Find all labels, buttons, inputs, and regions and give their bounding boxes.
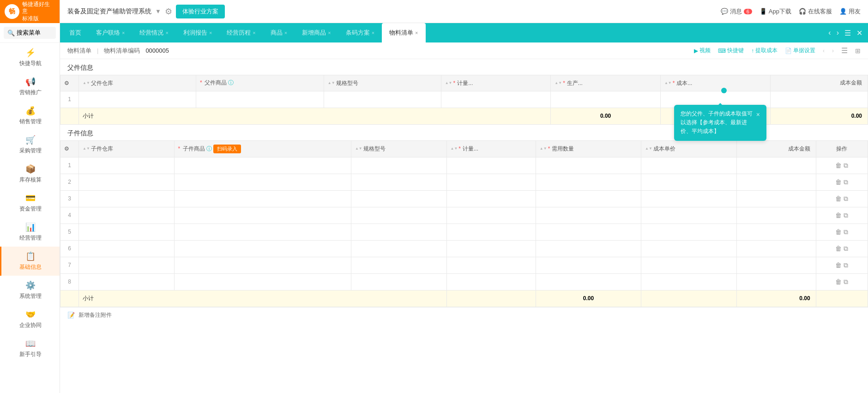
child-unit-cell[interactable] xyxy=(446,224,536,240)
child-col-settings[interactable]: ⚙ xyxy=(60,140,79,157)
copy-icon[interactable]: ⧉ xyxy=(844,178,848,186)
child-spec-cell[interactable] xyxy=(351,190,446,207)
child-warehouse-cell[interactable] xyxy=(79,240,175,257)
child-unit-cost-cell[interactable] xyxy=(641,240,737,257)
nav-next-icon[interactable]: › xyxy=(835,27,841,39)
view-toggle[interactable]: ☰ xyxy=(841,46,848,55)
parent-unit-cell[interactable] xyxy=(441,91,551,108)
sidebar-item-marketing[interactable]: 📢 营销推广 xyxy=(0,72,60,101)
child-product-cell[interactable] xyxy=(174,257,351,273)
child-product-cell[interactable] xyxy=(174,190,351,207)
child-warehouse-cell[interactable] xyxy=(79,224,175,240)
tooltip-close-button[interactable]: × xyxy=(756,109,760,120)
sidebar-item-inventory[interactable]: 📦 库存核算 xyxy=(0,159,60,188)
child-quantity-cell[interactable] xyxy=(536,190,641,207)
parent-col-settings[interactable]: ⚙ xyxy=(60,75,79,91)
tab-close-icon[interactable]: × xyxy=(122,30,125,36)
tab-bom[interactable]: 物料清单 × xyxy=(382,23,425,42)
expand-icon[interactable]: ⊞ xyxy=(855,47,861,54)
col-sort-icons[interactable]: ▲▼ xyxy=(555,81,562,85)
child-product-cell[interactable] xyxy=(174,240,351,257)
extract-cost-button[interactable]: ↑ 提取成本 xyxy=(751,47,778,54)
child-unit-cost-cell[interactable] xyxy=(641,190,737,207)
child-unit-cost-cell[interactable] xyxy=(641,157,737,174)
child-quantity-cell[interactable] xyxy=(536,157,641,174)
sidebar-item-system[interactable]: ⚙️ 系统管理 xyxy=(0,276,60,305)
child-amount-cell[interactable] xyxy=(736,207,816,224)
nav-prev-icon[interactable]: ‹ xyxy=(826,27,832,39)
child-spec-cell[interactable] xyxy=(351,157,446,174)
shortcut-button[interactable]: ⌨ 快捷键 xyxy=(718,47,744,54)
tab-close-icon[interactable]: × xyxy=(209,30,212,36)
nav-close-all-icon[interactable]: ✕ xyxy=(855,27,864,39)
parent-warehouse-cell[interactable] xyxy=(79,91,196,108)
parent-production-cell[interactable] xyxy=(551,91,661,108)
child-quantity-cell[interactable] xyxy=(536,224,641,240)
tab-close-icon[interactable]: × xyxy=(284,30,287,36)
child-product-cell[interactable] xyxy=(174,224,351,240)
copy-icon[interactable]: ⧉ xyxy=(844,228,848,236)
tab-barcode[interactable]: 条码方案 × xyxy=(338,23,382,42)
child-product-cell[interactable] xyxy=(174,273,351,290)
sidebar-item-basic-info[interactable]: 📋 基础信息 xyxy=(0,247,60,276)
sidebar-item-purchase[interactable]: 🛒 采购管理 xyxy=(0,130,60,159)
child-spec-cell[interactable] xyxy=(351,257,446,273)
delete-icon[interactable]: 🗑 xyxy=(835,245,842,253)
child-unit-cost-cell[interactable] xyxy=(641,174,737,190)
single-settings-button[interactable]: 📄 单据设置 xyxy=(785,47,815,54)
child-unit-cell[interactable] xyxy=(446,257,536,273)
tab-home[interactable]: 首页 xyxy=(62,23,89,42)
sidebar-item-operations[interactable]: 📊 经营管理 xyxy=(0,218,60,247)
col-sort-icons[interactable]: ▲▼ xyxy=(445,81,452,85)
child-unit-cell[interactable] xyxy=(446,190,536,207)
child-unit-cost-cell[interactable] xyxy=(641,257,737,273)
parent-amount-cell[interactable] xyxy=(770,91,868,108)
delete-icon[interactable]: 🗑 xyxy=(835,162,842,169)
bottom-text[interactable]: 新增备注附件 xyxy=(78,311,112,319)
sidebar-item-quick-nav[interactable]: ⚡ 快捷导航 xyxy=(0,43,60,72)
copy-icon[interactable]: ⧉ xyxy=(844,212,848,219)
child-warehouse-cell[interactable] xyxy=(79,257,175,273)
child-unit-cell[interactable] xyxy=(446,174,536,190)
info-icon[interactable]: ⓘ xyxy=(228,79,234,86)
child-amount-cell[interactable] xyxy=(736,257,816,273)
dropdown-arrow[interactable]: ▼ xyxy=(155,8,161,15)
col-sort-icons[interactable]: ▲▼ xyxy=(451,147,458,151)
tab-close-icon[interactable]: × xyxy=(372,30,374,36)
col-sort-icons[interactable]: ▲▼ xyxy=(83,147,90,151)
app-download-button[interactable]: 📱 App下载 xyxy=(760,7,791,16)
delete-icon[interactable]: 🗑 xyxy=(835,178,842,186)
view-button[interactable]: ▶ 视频 xyxy=(694,47,711,54)
online-service-button[interactable]: 🎧 在线客服 xyxy=(799,7,832,16)
child-spec-cell[interactable] xyxy=(351,273,446,290)
nav-menu-icon[interactable]: ☰ xyxy=(843,27,853,39)
copy-icon[interactable]: ⧉ xyxy=(844,162,848,169)
child-quantity-cell[interactable] xyxy=(536,240,641,257)
child-warehouse-cell[interactable] xyxy=(79,157,175,174)
user-button[interactable]: 👤 用友 xyxy=(839,7,861,16)
tab-new-product[interactable]: 新增商品 × xyxy=(295,23,338,42)
child-quantity-cell[interactable] xyxy=(536,257,641,273)
pagination-prev[interactable]: ‹ xyxy=(823,48,825,54)
tab-close-icon[interactable]: × xyxy=(415,30,418,36)
child-quantity-cell[interactable] xyxy=(536,174,641,190)
child-amount-cell[interactable] xyxy=(736,190,816,207)
child-spec-cell[interactable] xyxy=(351,174,446,190)
info-icon[interactable]: ⓘ xyxy=(206,145,212,152)
child-unit-cell[interactable] xyxy=(446,240,536,257)
tab-operations-status[interactable]: 经营情况 × xyxy=(132,23,175,42)
tab-close-icon[interactable]: × xyxy=(165,30,168,36)
pagination-next[interactable]: › xyxy=(832,48,834,54)
breadcrumb-bom[interactable]: 物料清单 xyxy=(67,47,91,55)
col-sort-icons[interactable]: ▲▼ xyxy=(645,147,652,151)
child-warehouse-cell[interactable] xyxy=(79,174,175,190)
child-unit-cost-cell[interactable] xyxy=(641,273,737,290)
trial-button[interactable]: 体验行业方案 xyxy=(176,5,225,18)
col-sort-icons[interactable]: ▲▼ xyxy=(540,147,547,151)
col-sort-icons[interactable]: ▲▼ xyxy=(83,81,90,85)
child-product-cell[interactable] xyxy=(174,207,351,224)
parent-spec-cell[interactable] xyxy=(324,91,441,108)
sidebar-item-guide[interactable]: 📖 新手引导 xyxy=(0,334,60,363)
tab-customer[interactable]: 客户联络 × xyxy=(89,23,132,42)
sidebar-item-cooperation[interactable]: 🤝 企业协同 xyxy=(0,305,60,334)
